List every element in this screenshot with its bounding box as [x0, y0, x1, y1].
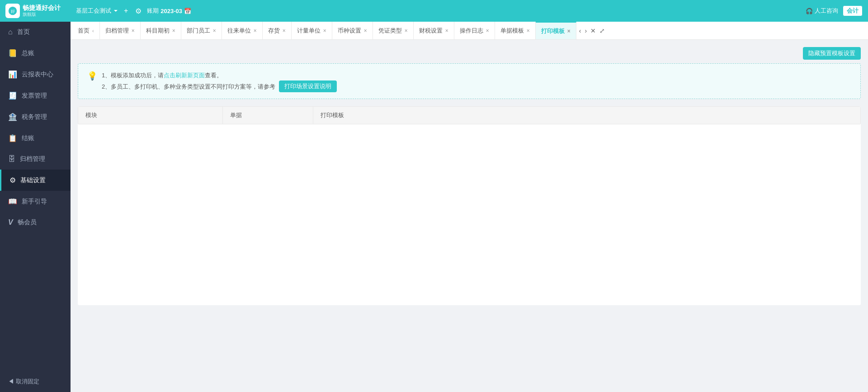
tab-close-single-template[interactable]: × [527, 28, 530, 34]
app-logo: 好 [5, 4, 20, 18]
sidebar-item-ledger[interactable]: 📒 总账 [0, 43, 71, 64]
app-edition: 旗舰版 [23, 11, 61, 18]
role-badge[interactable]: 会计 [843, 5, 863, 16]
sidebar-item-closing[interactable]: 📋 结账 [0, 128, 71, 149]
tab-close-operation-log[interactable]: × [486, 28, 489, 34]
tab-expand[interactable]: ⤢ [598, 27, 607, 34]
tab-voucher-type[interactable]: 凭证类型 × [373, 22, 414, 40]
company-name: 基层工会测试 [76, 7, 111, 15]
col-voucher: 单据 [223, 107, 313, 124]
company-selector[interactable]: 基层工会测试 [76, 7, 118, 15]
main-table: 模块 单据 打印模板 [78, 106, 861, 305]
table-header: 模块 单据 打印模板 [78, 106, 861, 124]
tab-scroll-left[interactable]: ‹ [577, 27, 583, 34]
reports-icon: 📊 [8, 70, 17, 79]
tab-close-currency[interactable]: × [364, 28, 367, 34]
tab-operation-log[interactable]: 操作日志 × [454, 22, 495, 40]
sidebar-item-invoice[interactable]: 🧾 发票管理 [0, 85, 71, 106]
tab-single-template[interactable]: 单据模板 × [495, 22, 536, 40]
tax-icon: 🏦 [8, 113, 17, 121]
ledger-icon: 📒 [8, 49, 17, 57]
add-tab-button[interactable]: + [122, 5, 130, 17]
tab-close-unit[interactable]: × [323, 28, 326, 34]
sidebar-item-reports[interactable]: 📊 云报表中心 [0, 64, 71, 85]
sidebar-item-guide[interactable]: 📖 新手引导 [0, 191, 71, 212]
unpin-button[interactable]: ◀ 取消固定 [0, 371, 71, 392]
tab-currency[interactable]: 币种设置 × [332, 22, 373, 40]
tab-close-print-template[interactable]: × [567, 28, 571, 34]
tab-close-voucher-type[interactable]: × [405, 28, 408, 34]
tab-tax-settings[interactable]: 财税设置 × [414, 22, 454, 40]
notice-text: 1、模板添加成功后，请点击刷新新页面查看。 2、多员工、多打印机、多种业务类型设… [102, 70, 337, 92]
company-dropdown-icon [113, 8, 118, 14]
tab-scroll-right[interactable]: › [583, 27, 589, 34]
tab-unit[interactable]: 计量单位 × [292, 22, 332, 40]
tab-close-archive-mgmt[interactable]: × [132, 28, 135, 34]
sidebar: ⌂ 首页 📒 总账 📊 云报表中心 🧾 发票管理 🏦 税务管理 📋 结账 [0, 22, 71, 392]
sidebar-item-tax[interactable]: 🏦 税务管理 [0, 106, 71, 128]
tab-dept-staff[interactable]: 部门员工 × [181, 22, 222, 40]
sidebar-item-home[interactable]: ⌂ 首页 [0, 22, 71, 43]
notice-box: 💡 1、模板添加成功后，请点击刷新新页面查看。 2、多员工、多打印机、多种业务类… [78, 63, 861, 99]
tab-close-subject-init[interactable]: × [172, 28, 175, 34]
app-name: 畅捷通好会计 [23, 4, 61, 12]
sidebar-item-member[interactable]: V 畅会员 [0, 212, 71, 233]
tab-close-tax-settings[interactable]: × [445, 28, 448, 34]
content-area: 隐藏预置模板设置 💡 1、模板添加成功后，请点击刷新新页面查看。 2、多员工、多… [71, 40, 868, 392]
refresh-link[interactable]: 点击刷新新页面 [164, 72, 205, 79]
tab-subject-init[interactable]: 科目期初 × [141, 22, 181, 40]
settings-button[interactable]: ⚙ [133, 5, 143, 17]
tab-print-template[interactable]: 打印模板 × [536, 22, 576, 40]
closing-icon: 📋 [8, 134, 17, 142]
settings-icon: ⚙ [9, 176, 16, 184]
tab-close-inventory[interactable]: × [283, 28, 286, 34]
archive-icon: 🗄 [8, 155, 15, 163]
sidebar-item-archive[interactable]: 🗄 归档管理 [0, 149, 71, 170]
period-label: 账期 2023-03 📅 [147, 7, 191, 15]
tab-partner[interactable]: 往来单位 × [222, 22, 263, 40]
svg-text:好: 好 [11, 9, 15, 14]
hide-preview-button[interactable]: 隐藏预置模板设置 [803, 47, 861, 60]
tab-close-partner[interactable]: × [254, 28, 257, 34]
table-body [78, 124, 861, 305]
col-template: 打印模板 [313, 107, 860, 124]
guide-icon: 📖 [8, 197, 17, 206]
invoice-icon: 🧾 [8, 91, 17, 100]
member-icon: V [8, 218, 13, 227]
sidebar-item-settings[interactable]: ⚙ 基础设置 [0, 170, 71, 191]
print-scene-button[interactable]: 打印场景设置说明 [279, 80, 337, 92]
home-icon: ⌂ [8, 28, 13, 36]
tab-archive-mgmt[interactable]: 归档管理 × [100, 22, 141, 40]
service-button[interactable]: 🎧 人工咨询 [806, 7, 838, 15]
tab-bar: 首页 ‹ 归档管理 × 科目期初 × 部门员工 × 往来单位 × [71, 22, 868, 40]
notice-icon: 💡 [87, 71, 97, 81]
tab-close-all[interactable]: ✕ [589, 27, 598, 34]
tab-home[interactable]: 首页 ‹ [72, 22, 100, 40]
tab-inventory[interactable]: 存货 × [263, 22, 292, 40]
col-module: 模块 [78, 107, 223, 124]
tab-close-dept-staff[interactable]: × [213, 28, 216, 34]
